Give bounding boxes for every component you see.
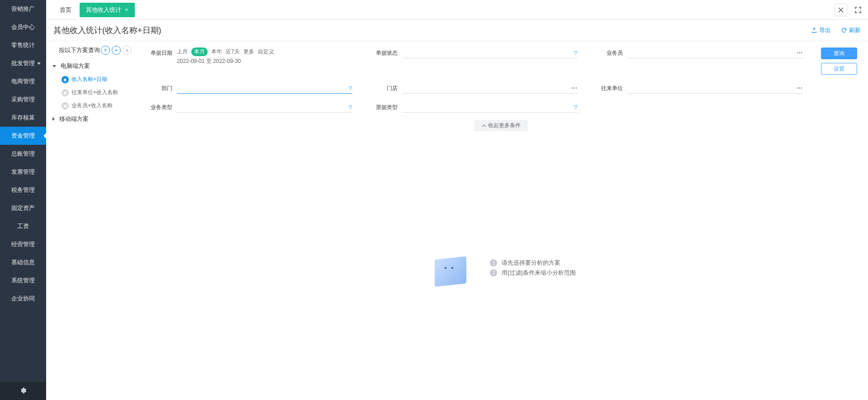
sidebar-item-salary[interactable]: 工资 xyxy=(0,217,46,235)
export-icon xyxy=(811,27,817,33)
filter-biz-type: 业务类型 ▽ xyxy=(145,102,352,113)
more-icon: ••• xyxy=(797,50,803,55)
sidebar-item-collab[interactable]: 企业协同 xyxy=(0,290,46,308)
sidebar-item-inventory[interactable]: 库存核算 xyxy=(0,109,46,127)
empty-illustration xyxy=(427,245,476,290)
chevron-right-icon xyxy=(52,117,55,121)
page-header: 其他收入统计(收入名称+日期) 导出 刷新 xyxy=(46,20,868,41)
export-button[interactable]: 导出 xyxy=(811,26,831,34)
scheme-add-button[interactable]: + xyxy=(101,46,110,55)
scheme-group[interactable]: 移动端方案 xyxy=(51,112,132,126)
sidebar-settings[interactable] xyxy=(0,382,46,400)
filters-area: 单据日期 上月本月本年近7天更多自定义 2022-09-01 至 2022-09… xyxy=(134,41,868,400)
empty-state: 1 请先选择要分析的方案 2 用[过滤]条件来缩小分析范围 xyxy=(134,136,868,400)
scheme-item[interactable]: ▦往来单位+收入名称 xyxy=(51,86,132,99)
scheme-title: 按以下方案查询 xyxy=(59,46,100,54)
close-icon xyxy=(838,7,844,13)
filter-department: 部门 ▽ xyxy=(145,83,352,94)
sidebar: 营销推广会员中心零售统计批发管理电商管理采购管理库存核算资金管理总账管理发票管理… xyxy=(0,0,46,400)
bill-status-select[interactable]: ▽ xyxy=(402,48,578,58)
date-tag[interactable]: 更多 xyxy=(243,48,254,56)
filter-salesman: 业务员 ••• xyxy=(596,48,803,58)
more-icon: ••• xyxy=(797,86,803,90)
scheme-item[interactable]: ◉收入名称+日期 xyxy=(51,73,132,86)
date-tag[interactable]: 本年 xyxy=(211,48,222,56)
gear-icon xyxy=(114,48,119,52)
tabbar: 首页 其他收入统计 × xyxy=(46,0,868,20)
collapse-filters-button[interactable]: 收起更多条件 xyxy=(474,120,528,131)
scheme-panel: 按以下方案查询 + « 电脑端方案◉收入名称+日期▦往来单位+收入名称▦业务员+… xyxy=(46,41,134,400)
fullscreen-button[interactable] xyxy=(852,4,864,16)
refresh-icon xyxy=(841,27,847,33)
scheme-item-icon: ◉ xyxy=(62,76,69,83)
date-tag[interactable]: 自定义 xyxy=(258,48,274,56)
filter-receipt-type: 票据类型 ▽ xyxy=(370,102,578,113)
chevron-down-icon xyxy=(52,65,56,67)
main: 首页 其他收入统计 × 其他收入统计(收入名称+日期) 导出 xyxy=(46,0,868,400)
chevron-down-icon: ▽ xyxy=(574,105,578,110)
chevron-down-icon: ▽ xyxy=(349,105,352,110)
gear-icon xyxy=(19,387,27,395)
search-button[interactable]: 查询 xyxy=(821,48,857,59)
sidebar-item-purchase[interactable]: 采购管理 xyxy=(0,90,46,109)
refresh-button[interactable]: 刷新 xyxy=(841,26,861,34)
tab-close-icon[interactable]: × xyxy=(125,7,128,13)
receipt-type-select[interactable]: ▽ xyxy=(402,102,578,113)
sidebar-item-wholesale[interactable]: 批发管理 xyxy=(0,54,46,72)
more-icon: ••• xyxy=(571,86,578,90)
filter-partner: 往来单位 ••• xyxy=(596,83,803,94)
sidebar-item-ecommerce[interactable]: 电商管理 xyxy=(0,72,46,90)
date-range-text: 2022-09-01 至 2022-09-30 xyxy=(177,57,352,65)
chevron-down-icon: ▽ xyxy=(574,50,578,55)
empty-step-2: 2 用[过滤]条件来缩小分析范围 xyxy=(490,269,575,277)
partner-picker[interactable]: ••• xyxy=(627,83,803,94)
sidebar-item-invoice[interactable]: 发票管理 xyxy=(0,163,46,181)
date-tag[interactable]: 本月 xyxy=(191,48,208,56)
biz-type-select[interactable]: ▽ xyxy=(177,102,352,113)
settings-button[interactable]: 设置 xyxy=(821,63,857,75)
sidebar-item-member[interactable]: 会员中心 xyxy=(0,18,46,36)
sidebar-item-operation[interactable]: 经营管理 xyxy=(0,235,46,253)
department-select[interactable]: ▽ xyxy=(177,83,352,94)
sidebar-item-system[interactable]: 系统管理 xyxy=(0,271,46,290)
scheme-item[interactable]: ▦业务员+收入名称 xyxy=(51,99,132,112)
tab-active-label: 其他收入统计 xyxy=(86,6,121,14)
filter-bill-date: 单据日期 上月本月本年近7天更多自定义 2022-09-01 至 2022-09… xyxy=(145,48,352,65)
scheme-group[interactable]: 电脑端方案 xyxy=(51,59,132,73)
scheme-settings-button[interactable] xyxy=(112,46,121,55)
filter-bill-status: 单据状态 ▽ xyxy=(370,48,578,58)
sidebar-item-base-info[interactable]: 基础信息 xyxy=(0,253,46,271)
empty-step-1: 1 请先选择要分析的方案 xyxy=(490,259,575,267)
scheme-collapse-button[interactable]: « xyxy=(123,46,132,55)
scheme-item-icon: ▦ xyxy=(62,102,69,110)
page-title: 其他收入统计(收入名称+日期) xyxy=(53,25,161,36)
scheme-item-icon: ▦ xyxy=(62,89,69,96)
chevron-up-icon xyxy=(482,124,486,128)
store-picker[interactable]: ••• xyxy=(402,83,578,94)
tab-home[interactable]: 首页 xyxy=(53,3,78,17)
sidebar-item-retail-stats[interactable]: 零售统计 xyxy=(0,36,46,54)
sidebar-item-marketing[interactable]: 营销推广 xyxy=(0,0,46,18)
close-panel-button[interactable] xyxy=(835,4,847,16)
date-tag[interactable]: 近7天 xyxy=(226,48,240,56)
fullscreen-icon xyxy=(855,7,861,13)
sidebar-item-funds[interactable]: 资金管理 xyxy=(0,127,46,145)
sidebar-item-ledger[interactable]: 总账管理 xyxy=(0,145,46,163)
chevron-down-icon: ▽ xyxy=(349,86,352,90)
salesman-picker[interactable]: ••• xyxy=(627,48,803,58)
date-tag[interactable]: 上月 xyxy=(177,48,188,56)
sidebar-item-assets[interactable]: 固定资产 xyxy=(0,199,46,217)
sidebar-item-tax[interactable]: 税务管理 xyxy=(0,181,46,199)
filter-store: 门店 ••• xyxy=(370,83,578,94)
tab-active[interactable]: 其他收入统计 × xyxy=(80,3,135,17)
